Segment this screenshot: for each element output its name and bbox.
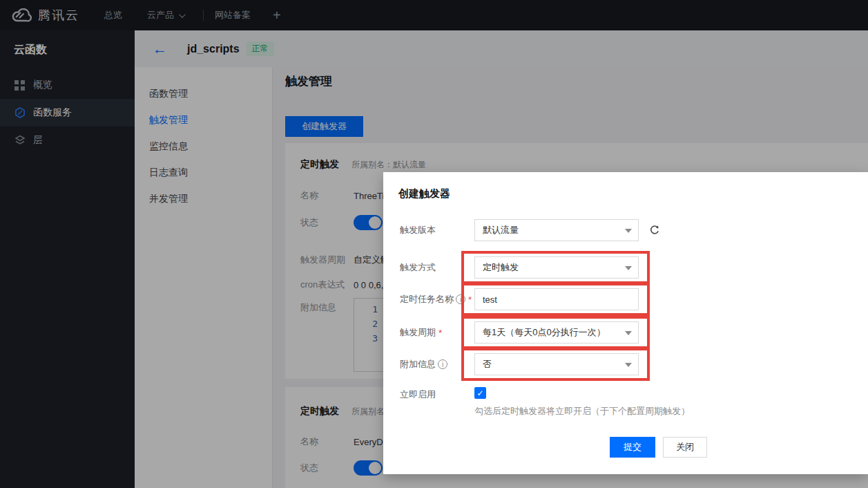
enable-label: 立即启用 [400, 388, 436, 401]
refresh-icon[interactable] [649, 225, 660, 236]
trigger-cycle-select[interactable]: 每1天（每天0点0分执行一次） [474, 321, 639, 344]
extra-info-select[interactable]: 否 [474, 353, 639, 375]
chevron-down-icon [625, 266, 632, 270]
chevron-down-icon [625, 331, 632, 335]
task-name-label: 定时任务名称 i * [400, 293, 474, 306]
extra-info-label: 附加信息 i [400, 358, 474, 370]
modal-title: 创建触发器 [398, 187, 450, 200]
enable-help-text: 勾选后定时触发器将立即开启（于下个配置周期触发） [474, 405, 690, 417]
check-icon: ✓ [476, 388, 483, 398]
create-trigger-modal: 创建触发器 触发版本 默认流量 触发方式 定时触发 [383, 172, 868, 474]
task-name-input[interactable] [474, 288, 639, 310]
enable-checkbox[interactable]: ✓ [474, 387, 486, 399]
cycle-label: 触发周期 * [400, 326, 474, 339]
version-select[interactable]: 默认流量 [474, 219, 639, 241]
tencent-cloud-console: 腾讯云 总览 云产品 网站备案 + 云函数 概览 [0, 0, 868, 488]
info-icon: i [438, 359, 447, 369]
info-icon: i [456, 294, 465, 304]
required-mark: * [468, 294, 472, 305]
chevron-down-icon [625, 363, 632, 367]
version-label: 触发版本 [400, 224, 474, 236]
trigger-method-select[interactable]: 定时触发 [474, 256, 639, 279]
submit-button[interactable]: 提交 [610, 437, 655, 458]
close-button[interactable]: 关闭 [663, 437, 707, 458]
chevron-down-icon [625, 229, 632, 233]
method-label: 触发方式 [400, 261, 474, 274]
required-mark: * [438, 328, 442, 338]
